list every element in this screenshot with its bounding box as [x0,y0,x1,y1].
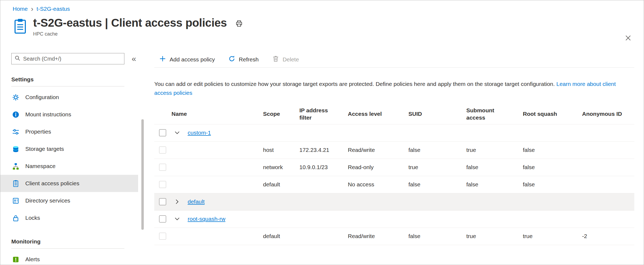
sidebar-item-label: Client access policies [25,180,79,187]
column-header-submount-access: Submount access [466,104,523,124]
sidebar-item-configuration[interactable]: Configuration [0,89,138,106]
policy-rule-row: default No access false false false [154,176,634,193]
cell-root-squash: false [523,176,582,193]
search-input[interactable] [23,56,121,62]
cell-ip-filter [299,228,348,245]
page-header: t-S2G-eastus | Client access policies HP… [0,12,644,37]
breadcrumb-home-link[interactable]: Home [13,6,28,12]
trash-icon [272,55,279,64]
sliders-icon [12,128,19,135]
breadcrumb-current-link[interactable]: t-S2G-eastus [37,6,70,12]
header-checkbox-cell [154,104,172,124]
sidebar-item-properties[interactable]: Properties [0,123,138,140]
cell-scope: default [263,176,299,193]
cell-ip-filter: 10.9.0.1/23 [299,159,348,176]
row-checkbox[interactable] [159,198,166,205]
blade-body: « Settings Configuration [0,51,644,265]
sidebar-item-alerts[interactable]: Alerts [0,251,138,265]
policy-rule-row: host 172.23.4.21 Read/write false true f… [154,141,634,159]
clipboard-icon [12,180,19,187]
cell-anonymous-id [582,159,634,176]
azure-portal-blade: Home › t-S2G-eastus t-S2G-eastus | Clien… [0,0,644,265]
delete-button[interactable]: Delete [267,53,304,66]
policy-group-row-root-squash-rw: root-squash-rw [154,210,634,228]
delete-label: Delete [283,56,299,63]
policy-name-link[interactable]: root-squash-rw [188,216,225,222]
cell-scope: network [263,159,299,176]
alert-icon [12,256,19,263]
row-checkbox[interactable] [159,147,166,154]
sidebar-item-mount-instructions[interactable]: Mount instructions [0,106,138,123]
add-access-policy-button[interactable]: Add access policy [154,53,220,66]
info-icon [12,111,19,118]
cell-suid: false [408,228,466,245]
chevron-right-icon[interactable] [174,199,180,205]
sidebar-item-label: Configuration [25,94,59,100]
table-header-row: Name Scope IP address filter Access leve… [154,104,634,124]
chevron-down-icon[interactable] [174,130,180,136]
cell-access-level: Read-only [348,159,408,176]
policy-rule-row: default Read/write false true true -2 [154,228,634,245]
sidebar-section-monitoring: Monitoring [11,238,124,249]
sidebar-nav-monitoring: Alerts [0,251,138,265]
cell-submount-access: false [466,159,523,176]
refresh-icon [228,55,235,64]
sidebar: « Settings Configuration [0,51,146,265]
page-title: t-S2G-eastus | Client access policies [33,16,227,29]
lock-icon [12,214,19,222]
sidebar-item-client-access-policies[interactable]: Client access policies [0,175,138,192]
policy-name-link[interactable]: default [188,198,205,205]
cell-suid: false [408,176,466,193]
cell-access-level: Read/write [348,141,408,159]
sidebar-nav: Configuration Mount instructions Propert… [0,89,138,226]
column-header-access-level: Access level [348,104,408,124]
main-content: Add access policy Refresh [146,51,644,265]
row-checkbox[interactable] [159,233,166,240]
column-header-suid: SUID [408,104,466,124]
sidebar-item-namespace[interactable]: Namespace [0,158,138,175]
policy-rule-row: network 10.9.0.1/23 Read-only true false… [154,159,634,176]
database-icon [12,145,19,153]
sidebar-item-label: Directory services [25,197,70,204]
cell-suid: true [408,159,466,176]
column-header-name: Name [172,104,263,124]
sidebar-item-label: Locks [25,215,40,221]
cell-anonymous-id: -2 [582,228,634,245]
printer-icon[interactable] [234,18,244,29]
cell-root-squash: false [523,159,582,176]
sidebar-item-label: Alerts [25,256,40,263]
breadcrumb-separator-icon: › [31,6,33,12]
row-checkbox[interactable] [159,181,166,188]
row-checkbox[interactable] [159,129,166,136]
blade-name: | Client access policies [105,16,227,29]
policy-group-row-custom-1: custom-1 [154,124,634,141]
gear-icon [12,94,19,101]
cell-scope: host [263,141,299,159]
sidebar-item-directory-services[interactable]: Directory services [0,192,138,209]
chevron-down-icon[interactable] [174,216,180,222]
command-bar: Add access policy Refresh [154,51,634,68]
sidebar-scrollbar-thumb[interactable] [141,119,144,230]
resource-type-label: HPC cache [33,31,244,37]
sidebar-collapse-button[interactable]: « [132,54,136,63]
add-access-policy-label: Add access policy [170,56,215,63]
refresh-button[interactable]: Refresh [223,53,264,66]
row-checkbox[interactable] [159,215,166,222]
cell-root-squash: true [523,228,582,245]
resource-name: t-S2G-eastus [33,16,102,29]
client-access-policies-table: Name Scope IP address filter Access leve… [154,104,634,245]
close-icon[interactable] [623,33,633,44]
cell-ip-filter: 172.23.4.21 [299,141,348,159]
breadcrumb: Home › t-S2G-eastus [0,0,644,12]
cell-suid: false [408,141,466,159]
blade-description: You can add or edit policies to customiz… [154,79,634,97]
cell-submount-access: false [466,176,523,193]
directory-icon [12,197,19,204]
sidebar-section-settings: Settings [11,76,124,86]
row-checkbox[interactable] [159,164,166,171]
search-icon [14,55,21,63]
policy-name-link[interactable]: custom-1 [188,130,211,136]
sidebar-item-storage-targets[interactable]: Storage targets [0,140,138,158]
sidebar-item-label: Properties [25,128,51,135]
sidebar-item-locks[interactable]: Locks [0,209,138,226]
